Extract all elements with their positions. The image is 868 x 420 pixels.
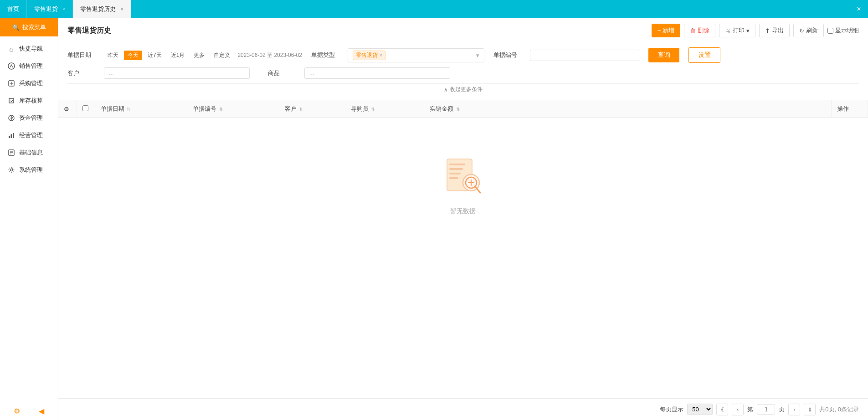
tab-home[interactable]: 首页 — [0, 0, 27, 18]
th-doc-date-label: 单据日期 — [101, 105, 124, 112]
purchase-icon — [7, 79, 15, 87]
sidebar-item-quick-nav[interactable]: ⌂ 快捷导航 — [0, 40, 58, 57]
date-btn-more[interactable]: 更多 — [190, 51, 208, 60]
filter-row-customer: 客户 商品 — [67, 67, 859, 79]
th-guide[interactable]: 导购员 ⇅ — [345, 100, 424, 118]
customer-input[interactable] — [104, 67, 250, 79]
sidebar-item-finance[interactable]: 资金管理 — [0, 109, 58, 127]
filter-row-date: 单据日期 昨天 今天 近7天 近1月 更多 自定义 2023-06-02 至 2… — [67, 47, 859, 63]
export-button[interactable]: ⬆ 导出 — [759, 24, 790, 37]
doc-number-label: 单据编号 — [493, 51, 521, 59]
th-doc-number[interactable]: 单据编号 ⇅ — [187, 100, 279, 118]
page-actions: + 新增 🗑 删除 🖨 打印 ▾ ⬆ 导出 ↻ — [652, 24, 859, 37]
th-settings[interactable]: ⚙ — [58, 100, 77, 118]
empty-state: 暂无数据 — [58, 118, 868, 252]
th-actions-label: 操作 — [837, 105, 849, 112]
th-doc-date[interactable]: 单据日期 ⇅ — [95, 100, 187, 118]
display-detail-toggle[interactable]: 显示明细 — [827, 26, 859, 35]
refresh-button[interactable]: ↻ 刷新 — [793, 24, 824, 37]
doc-type-tag-close[interactable]: × — [380, 52, 382, 58]
sort-doc-date-icon: ⇅ — [127, 107, 130, 112]
sidebar-search-label: 搜索菜单 — [22, 23, 46, 31]
svg-point-0 — [8, 63, 15, 69]
doc-type-select[interactable]: 零售退货 × ▾ — [348, 48, 484, 62]
th-amount-label: 实销金额 — [430, 105, 453, 112]
svg-rect-2 — [9, 98, 14, 103]
page-first-button[interactable]: ⟪ — [716, 404, 728, 415]
svg-rect-13 — [449, 164, 465, 165]
goods-input[interactable] — [304, 67, 450, 79]
date-options: 昨天 今天 近7天 近1月 更多 自定义 2023-06-02 至 2023-0… — [104, 51, 302, 60]
display-detail-label: 显示明细 — [835, 26, 859, 35]
sidebar-settings-button[interactable]: ⚙ — [14, 407, 20, 415]
tab-retail-return-history-close[interactable]: × — [120, 6, 123, 12]
display-detail-checkbox[interactable] — [827, 28, 833, 34]
tab-retail-return-history-label: 零售退货历史 — [80, 5, 116, 13]
collapse-icon: ∧ — [444, 87, 448, 93]
svg-point-11 — [10, 169, 13, 171]
query-button[interactable]: 查询 — [648, 48, 679, 62]
doc-type-label: 单据类型 — [311, 51, 339, 59]
total-info: 共0页, 0条记录 — [819, 405, 859, 414]
page-next-button[interactable]: › — [788, 404, 800, 415]
th-doc-number-label: 单据编号 — [193, 105, 216, 112]
tab-retail-return-close[interactable]: × — [62, 6, 65, 12]
delete-button[interactable]: 🗑 删除 — [684, 24, 715, 37]
window-close-button[interactable]: × — [850, 0, 868, 18]
th-actions: 操作 — [832, 100, 868, 118]
th-amount[interactable]: 实销金额 ⇅ — [424, 100, 832, 118]
print-button[interactable]: 🖨 打印 ▾ — [719, 24, 755, 37]
collapse-label: 收起更多条件 — [450, 86, 483, 93]
sidebar-item-inventory-label: 库存核算 — [19, 97, 43, 105]
settings-button[interactable]: 设置 — [688, 47, 720, 63]
sidebar-collapse-button[interactable]: ◀ — [39, 407, 44, 415]
sort-doc-number-icon: ⇅ — [219, 107, 223, 112]
main-layout: 🔍 搜索菜单 ⌂ 快捷导航 销售管理 采购管理 — [0, 18, 868, 420]
svg-rect-4 — [9, 136, 10, 138]
goods-label: 商品 — [268, 69, 295, 77]
page-number-input[interactable] — [757, 404, 775, 415]
sidebar-item-sales-mgmt[interactable]: 销售管理 — [0, 57, 58, 75]
select-all-checkbox[interactable] — [82, 105, 88, 111]
print-icon: 🖨 — [725, 27, 731, 34]
page-prev-button[interactable]: ‹ — [732, 404, 744, 415]
tab-home-label: 首页 — [7, 5, 19, 13]
page-title-row: 零售退货历史 + 新增 🗑 删除 🖨 打印 ▾ ⬆ 导出 — [67, 24, 859, 37]
date-range-display: 2023-06-02 至 2023-06-02 — [237, 51, 302, 59]
operations-icon — [7, 131, 15, 139]
sidebar-item-inventory[interactable]: 库存核算 — [0, 92, 58, 109]
sidebar-item-operations[interactable]: 经营管理 — [0, 127, 58, 144]
date-btn-7days[interactable]: 近7天 — [144, 51, 165, 60]
sort-amount-icon: ⇅ — [456, 107, 460, 112]
new-button[interactable]: + 新增 — [652, 24, 680, 37]
collapse-filter-button[interactable]: ∧ 收起更多条件 — [67, 83, 859, 95]
sidebar-item-base-info[interactable]: 基础信息 — [0, 144, 58, 161]
tab-retail-return-label: 零售退货 — [34, 5, 58, 13]
date-btn-1month[interactable]: 近1月 — [167, 51, 189, 60]
doc-number-input[interactable] — [530, 50, 639, 61]
svg-rect-6 — [13, 133, 14, 138]
date-btn-yesterday[interactable]: 昨天 — [104, 51, 122, 60]
sidebar-search[interactable]: 🔍 搜索菜单 — [0, 18, 58, 36]
export-icon: ⬆ — [765, 27, 770, 34]
sys-mgmt-icon — [7, 166, 15, 174]
search-icon: 🔍 — [12, 24, 20, 31]
sidebar-bottom: ⚙ ◀ — [0, 402, 58, 420]
page-last-button[interactable]: ⟫ — [804, 404, 816, 415]
sidebar-item-sys-mgmt[interactable]: 系统管理 — [0, 161, 58, 179]
tab-retail-return[interactable]: 零售退货 × — [27, 0, 73, 18]
doc-type-tag-label: 零售退货 — [356, 51, 378, 59]
top-bar: 首页 零售退货 × 零售退货历史 × × — [0, 0, 868, 18]
sidebar-item-operations-label: 经营管理 — [19, 131, 43, 139]
th-customer[interactable]: 客户 ⇅ — [279, 100, 345, 118]
sales-icon — [7, 62, 15, 70]
svg-rect-5 — [11, 134, 12, 138]
date-btn-today[interactable]: 今天 — [124, 51, 142, 60]
page-size-select[interactable]: 50 100 200 — [687, 404, 713, 415]
date-btn-custom[interactable]: 自定义 — [210, 51, 234, 60]
table-settings-icon[interactable]: ⚙ — [64, 106, 69, 113]
filter-area: 单据日期 昨天 今天 近7天 近1月 更多 自定义 2023-06-02 至 2… — [67, 43, 859, 100]
svg-rect-14 — [449, 168, 463, 170]
sidebar-item-purchase-mgmt[interactable]: 采购管理 — [0, 75, 58, 92]
tab-retail-return-history[interactable]: 零售退货历史 × — [73, 0, 131, 18]
